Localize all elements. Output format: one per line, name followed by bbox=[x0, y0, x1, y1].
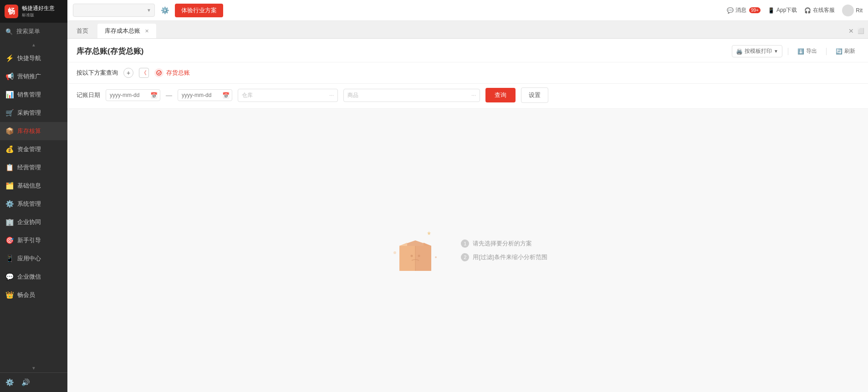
sidebar-item-newbie[interactable]: 🎯 新手引导 bbox=[0, 231, 67, 249]
warehouse-select[interactable]: 仓库 ··· bbox=[238, 89, 338, 102]
notification-btn[interactable]: 💬 消息 99+ bbox=[727, 6, 761, 14]
app-download-label: App下载 bbox=[776, 6, 797, 14]
notification-badge: 99+ bbox=[749, 7, 761, 13]
member-icon: 👑 bbox=[5, 291, 14, 299]
header-right: 💬 消息 99+ 📱 App下载 🎧 在线客服 Rit bbox=[727, 5, 863, 16]
sidebar-item-label: 营销推广 bbox=[17, 72, 41, 81]
date-start-input[interactable] bbox=[106, 89, 160, 101]
sidebar-item-marketing[interactable]: 📢 营销推广 bbox=[0, 67, 67, 86]
search-icon: 🔍 bbox=[5, 28, 13, 35]
settings-btn[interactable]: 设置 bbox=[521, 87, 548, 103]
user-avatar-btn[interactable]: Rit bbox=[842, 5, 863, 16]
date-label: 记账日期 bbox=[77, 91, 100, 99]
svg-point-6 bbox=[418, 255, 420, 257]
sidebar-item-basic-info[interactable]: 🗂️ 基础信息 bbox=[0, 177, 67, 195]
filter-collapse-btn[interactable]: 《 bbox=[139, 68, 149, 78]
quick-nav-icon: ⚡ bbox=[5, 54, 14, 62]
sidebar-item-label: 畅会员 bbox=[17, 291, 35, 299]
app-download-icon: 📱 bbox=[768, 7, 775, 14]
tab-inventory-cost-label: 库存成本总账 bbox=[105, 27, 140, 34]
date-end-input[interactable] bbox=[178, 89, 232, 101]
sidebar-item-finance[interactable]: 💰 资金管理 bbox=[0, 140, 67, 158]
sidebar-item-sales[interactable]: 📊 销售管理 bbox=[0, 86, 67, 104]
filter-add-btn[interactable]: + bbox=[123, 68, 133, 78]
user-avatar bbox=[842, 5, 854, 16]
empty-illustration bbox=[388, 223, 443, 278]
sidebar-item-wechat[interactable]: 💬 企业微信 bbox=[0, 268, 67, 286]
filter-scheme[interactable]: 存货总账 bbox=[154, 68, 190, 77]
scheme-icon bbox=[154, 68, 163, 77]
print-btn[interactable]: 🖨️ 按模板打印 ▼ bbox=[732, 45, 782, 57]
warehouse-label: 仓库 bbox=[242, 92, 253, 99]
user-name: Rit bbox=[856, 7, 863, 14]
sidebar-item-member[interactable]: 👑 畅会员 bbox=[0, 286, 67, 304]
step-2-circle: 2 bbox=[461, 253, 469, 261]
step-1-circle: 1 bbox=[461, 239, 469, 248]
date-separator: — bbox=[166, 92, 172, 99]
sidebar-item-label: 企业微信 bbox=[17, 273, 41, 281]
tab-inventory-cost[interactable]: 库存成本总账 ✕ bbox=[97, 24, 156, 38]
page-header: 库存总账(存货总账) 🖨️ 按模板打印 ▼ ⬇️ 导出 🔄 刷新 bbox=[67, 39, 868, 62]
notification-label: 消息 bbox=[735, 6, 746, 14]
sidebar-item-system[interactable]: ⚙️ 系统管理 bbox=[0, 195, 67, 213]
empty-hint-2: 2 用[过滤]条件来缩小分析范围 bbox=[461, 253, 547, 261]
app-badge: 标准版 bbox=[22, 12, 55, 18]
tab-home-label: 首页 bbox=[77, 27, 88, 34]
refresh-btn[interactable]: 🔄 刷新 bbox=[832, 46, 859, 57]
print-icon: 🖨️ bbox=[736, 48, 743, 55]
sidebar-item-enterprise[interactable]: 🏢 企业协同 bbox=[0, 213, 67, 231]
goods-label: 商品 bbox=[347, 92, 358, 99]
sidebar-item-app-center[interactable]: 📱 应用中心 bbox=[0, 249, 67, 268]
purchase-icon: 🛒 bbox=[5, 109, 14, 117]
goods-more-icon: ··· bbox=[471, 92, 476, 98]
sidebar-item-inventory[interactable]: 📦 库存核算 bbox=[0, 122, 67, 140]
page-title: 库存总账(存货总账) bbox=[77, 46, 143, 56]
wechat-icon: 💬 bbox=[5, 273, 14, 281]
sidebar-item-label: 企业协同 bbox=[17, 218, 41, 226]
logo-text: 畅捷通好生意 标准版 bbox=[22, 5, 55, 18]
filter-row: 记账日期 📅 — 📅 仓库 ··· 商品 ··· 查询 设置 bbox=[67, 84, 868, 109]
app-name: 畅捷通好生意 bbox=[22, 5, 55, 12]
goods-select[interactable]: 商品 ··· bbox=[343, 89, 480, 102]
sidebar-scroll-down[interactable]: ▼ bbox=[0, 363, 67, 372]
finance-icon: 💰 bbox=[5, 145, 14, 153]
date-start-wrapper: 📅 bbox=[106, 89, 160, 101]
logo-icon: 畅 bbox=[5, 5, 18, 18]
sound-footer-icon[interactable]: 🔊 bbox=[21, 378, 30, 387]
sidebar-item-quick-nav[interactable]: ⚡ 快捷导航 bbox=[0, 49, 67, 67]
header-left: ▼ ⚙️ 体验行业方案 bbox=[73, 4, 723, 17]
export-label: 导出 bbox=[806, 47, 817, 55]
sidebar-footer: ⚙️ 🔊 bbox=[0, 372, 67, 392]
refresh-label: 刷新 bbox=[844, 47, 855, 55]
app-center-icon: 📱 bbox=[5, 255, 14, 263]
print-dropdown-icon: ▼ bbox=[774, 49, 778, 54]
system-icon: ⚙️ bbox=[5, 200, 14, 208]
query-btn[interactable]: 查询 bbox=[485, 88, 516, 102]
sidebar-search[interactable]: 🔍 搜索菜单 bbox=[0, 23, 67, 40]
divider-1 bbox=[788, 48, 788, 55]
panel-resize-btn[interactable]: ⬜ bbox=[858, 28, 864, 34]
tab-close-icon[interactable]: ✕ bbox=[145, 28, 149, 34]
sidebar-nav: ⚡ 快捷导航 📢 营销推广 📊 销售管理 🛒 采购管理 📦 库存核算 💰 资金管… bbox=[0, 49, 67, 363]
sidebar-item-operations[interactable]: 📋 经营管理 bbox=[0, 158, 67, 177]
breadcrumb-input[interactable] bbox=[73, 4, 155, 17]
settings-footer-icon[interactable]: ⚙️ bbox=[5, 378, 14, 387]
app-download-btn[interactable]: 📱 App下载 bbox=[768, 6, 797, 14]
top-header: ▼ ⚙️ 体验行业方案 💬 消息 99+ 📱 App下载 🎧 在线客服 Rit bbox=[67, 0, 868, 21]
hint-2-text: 用[过滤]条件来缩小分析范围 bbox=[473, 253, 547, 261]
sidebar-item-purchase[interactable]: 🛒 采购管理 bbox=[0, 104, 67, 122]
online-service-btn[interactable]: 🎧 在线客服 bbox=[804, 6, 835, 14]
sidebar-item-label: 系统管理 bbox=[17, 200, 41, 208]
online-service-icon: 🎧 bbox=[804, 7, 811, 14]
sidebar-scroll-up[interactable]: ▲ bbox=[0, 40, 67, 49]
scheme-name: 存货总账 bbox=[166, 69, 190, 77]
export-btn[interactable]: ⬇️ 导出 bbox=[794, 46, 821, 57]
panel-close-btn[interactable]: ✕ bbox=[848, 27, 854, 35]
tab-home[interactable]: 首页 bbox=[69, 24, 96, 38]
page-header-actions: 🖨️ 按模板打印 ▼ ⬇️ 导出 🔄 刷新 bbox=[732, 45, 859, 57]
header-settings-icon[interactable]: ⚙️ bbox=[158, 4, 171, 17]
divider-2 bbox=[826, 48, 827, 55]
enterprise-icon: 🏢 bbox=[5, 218, 14, 226]
industry-btn[interactable]: 体验行业方案 bbox=[175, 4, 223, 17]
svg-point-3 bbox=[393, 251, 396, 254]
